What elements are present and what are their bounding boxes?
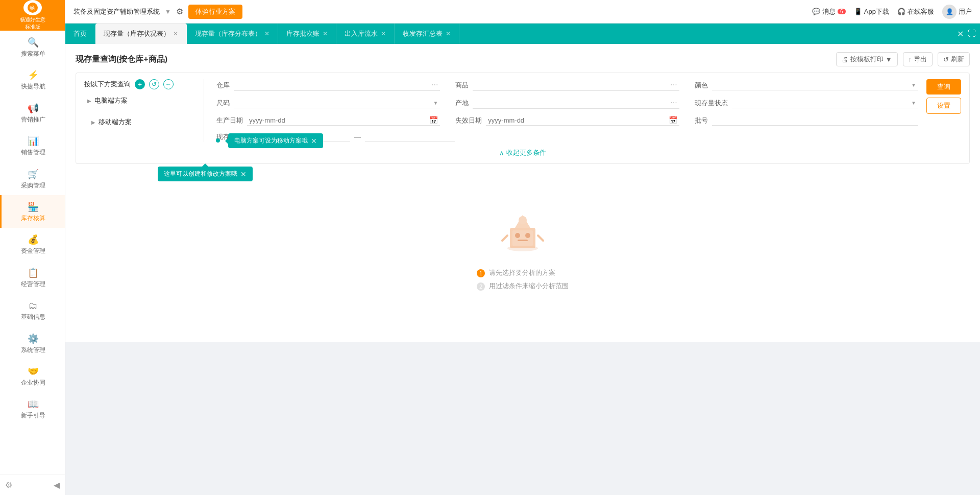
- online-support-item[interactable]: 🎧 在线客服: [897, 7, 934, 16]
- color-label: 颜色: [695, 81, 708, 90]
- expire-date-calendar-icon[interactable]: 📅: [669, 116, 677, 124]
- print-button[interactable]: 🖨 按模板打印 ▼: [836, 52, 898, 66]
- origin-more-icon[interactable]: ···: [670, 98, 677, 107]
- tab-inventory-dist[interactable]: 现存量（库存分布表） ✕: [187, 23, 278, 44]
- tab-inout-close[interactable]: ✕: [381, 30, 386, 37]
- sidebar-item-finance[interactable]: 💰 资金管理: [0, 228, 65, 261]
- printer-icon: 🖨: [842, 56, 848, 63]
- collapse-sidebar-icon[interactable]: ◀: [54, 480, 60, 490]
- tab-inventory-status-close[interactable]: ✕: [173, 30, 178, 37]
- origin-label: 产地: [455, 99, 469, 108]
- empty-illustration: [497, 205, 548, 256]
- query-button[interactable]: 查询: [926, 79, 961, 95]
- sidebar-item-purchase[interactable]: 🛒 采购管理: [0, 162, 65, 195]
- svg-line-11: [538, 235, 543, 241]
- tooltip-2-text: 这里可以创建和修改方案哦: [164, 170, 237, 178]
- sidebar-bottom: ⚙ ◀: [0, 475, 65, 495]
- batch-label: 批号: [695, 116, 708, 125]
- export-button[interactable]: ↑ 导出: [903, 52, 933, 66]
- sidebar-item-sales[interactable]: 📊 销售管理: [0, 129, 65, 162]
- scheme-mobile-group[interactable]: ▶ 移动端方案: [84, 116, 191, 128]
- stock-status-input[interactable]: [734, 99, 911, 107]
- tab-inout[interactable]: 出入库流水 ✕: [336, 23, 395, 44]
- batch-input[interactable]: [714, 116, 916, 124]
- message-icon: 💬: [812, 8, 820, 15]
- tab-inventory-dist-close[interactable]: ✕: [264, 30, 270, 37]
- content-area: 现存量查询(按仓库+商品) 🖨 按模板打印 ▼ ↑ 导出 ↺ 刷新: [65, 44, 980, 495]
- origin-input[interactable]: [475, 99, 670, 107]
- scheme-tree: ▶ 电脑端方案 ▶ 移动端方案: [84, 95, 191, 128]
- settings-icon[interactable]: ⚙: [5, 480, 12, 490]
- origin-field: 产地 ···: [455, 97, 679, 109]
- tooltip-2-close[interactable]: ✕: [240, 170, 247, 178]
- message-item[interactable]: 💬 消息 6: [812, 7, 846, 16]
- tab-home-label: 首页: [74, 29, 87, 38]
- tab-inventory-status[interactable]: 现存量（库存状况表） ✕: [95, 23, 187, 44]
- collapse-row: ∧ 收起更多条件: [84, 148, 961, 157]
- warehouse-input[interactable]: [236, 81, 431, 89]
- sidebar-item-marketing[interactable]: 📢 营销推广: [0, 97, 65, 129]
- tab-fullscreen-icon[interactable]: ⛶: [968, 29, 976, 38]
- goods-input[interactable]: [475, 81, 670, 89]
- collapse-button[interactable]: ∧ 收起更多条件: [499, 148, 546, 157]
- refresh-button[interactable]: ↺ 刷新: [938, 52, 970, 66]
- filter-section: 按以下方案查询 + ↺ ← ▶ 电脑端方案: [76, 73, 970, 164]
- stock-qty-to-input[interactable]: [367, 133, 453, 140]
- svg-point-5: [515, 233, 520, 238]
- sidebar-item-quicknav[interactable]: ⚡ 快捷导航: [0, 63, 65, 96]
- tab-collect-close[interactable]: ✕: [446, 30, 451, 37]
- sidebar-nav: 🔍 搜索菜单 ⚡ 快捷导航 📢 营销推广 📊 销售管理 🛒 采购管理 🏪 库存核…: [0, 31, 65, 475]
- filter-fields: 仓库 ··· 商品 ···: [216, 79, 918, 142]
- trial-button[interactable]: 体验行业方案: [188, 5, 242, 19]
- sidebar-item-search[interactable]: 🔍 搜索菜单: [0, 31, 65, 63]
- print-label: 按模板打印: [850, 55, 884, 64]
- app-download-item[interactable]: 📱 App下载: [854, 7, 889, 16]
- warehouse-more-icon[interactable]: ···: [431, 80, 438, 89]
- main-area: 装备及固定资产辅助管理系统 ▼ ⚙ 体验行业方案 💬 消息 6 📱 App下载 …: [65, 0, 980, 495]
- size-input[interactable]: [236, 99, 433, 107]
- system-dropdown-icon[interactable]: ▼: [165, 8, 171, 15]
- sidebar-item-ops[interactable]: 📋 经营管理: [0, 261, 65, 294]
- inventory-icon: 🏪: [28, 201, 39, 213]
- arrow-icon: ▶: [87, 98, 91, 104]
- filter-row-3: 生产日期 📅 失效日期 📅: [216, 115, 918, 126]
- warehouse-label: 仓库: [216, 81, 230, 90]
- produce-date-field: 生产日期 📅: [216, 115, 440, 126]
- tooltip-1-arrow: [225, 138, 228, 144]
- export-label: 导出: [914, 55, 927, 64]
- empty-tip-1: 请先选择要分析的方案: [477, 266, 569, 279]
- sidebar-item-enterprise[interactable]: 🤝 企业协同: [0, 360, 65, 392]
- sidebar-item-finance-label: 资金管理: [21, 247, 45, 254]
- tab-home[interactable]: 首页: [65, 23, 95, 44]
- sidebar-item-inventory[interactable]: 🏪 库存核算: [0, 195, 65, 228]
- range-dash: —: [354, 133, 361, 141]
- refresh-icon: ↺: [943, 56, 949, 63]
- sidebar-item-guide[interactable]: 📖 新手引导: [0, 392, 65, 425]
- finance-icon: 💰: [28, 234, 39, 245]
- produce-date-input[interactable]: [249, 116, 429, 124]
- produce-date-calendar-icon[interactable]: 📅: [429, 116, 438, 124]
- expire-date-input[interactable]: [488, 116, 668, 124]
- filter-back-button[interactable]: ←: [163, 79, 174, 89]
- reset-button[interactable]: 设置: [926, 98, 961, 114]
- header-settings-icon[interactable]: ⚙: [176, 7, 183, 16]
- tab-collect[interactable]: 收发存汇总表 ✕: [395, 23, 459, 44]
- scheme-desktop-group[interactable]: ▶ 电脑端方案: [84, 95, 191, 107]
- purchase-icon: 🛒: [28, 169, 39, 180]
- tooltip-2-arrow: [202, 163, 208, 167]
- tooltip-1-close[interactable]: ✕: [311, 137, 317, 145]
- goods-more-icon[interactable]: ···: [670, 80, 677, 89]
- logo-icon: 畅: [23, 0, 42, 15]
- filter-refresh-button[interactable]: ↺: [149, 79, 159, 89]
- color-input[interactable]: [714, 81, 911, 89]
- user-item[interactable]: 👤 用户: [942, 5, 972, 19]
- size-label: 尺码: [216, 99, 230, 108]
- header: 装备及固定资产辅助管理系统 ▼ ⚙ 体验行业方案 💬 消息 6 📱 App下载 …: [65, 0, 980, 23]
- sidebar-item-basic[interactable]: 🗂 基础信息: [0, 294, 65, 326]
- sidebar-item-system[interactable]: ⚙️ 系统管理: [0, 327, 65, 360]
- tab-batch-close[interactable]: ✕: [323, 30, 328, 37]
- tab-batch[interactable]: 库存批次账 ✕: [278, 23, 336, 44]
- tab-inout-label: 出入库流水: [345, 29, 378, 38]
- filter-add-button[interactable]: +: [135, 79, 145, 89]
- tab-close-all-icon[interactable]: ✕: [957, 29, 964, 39]
